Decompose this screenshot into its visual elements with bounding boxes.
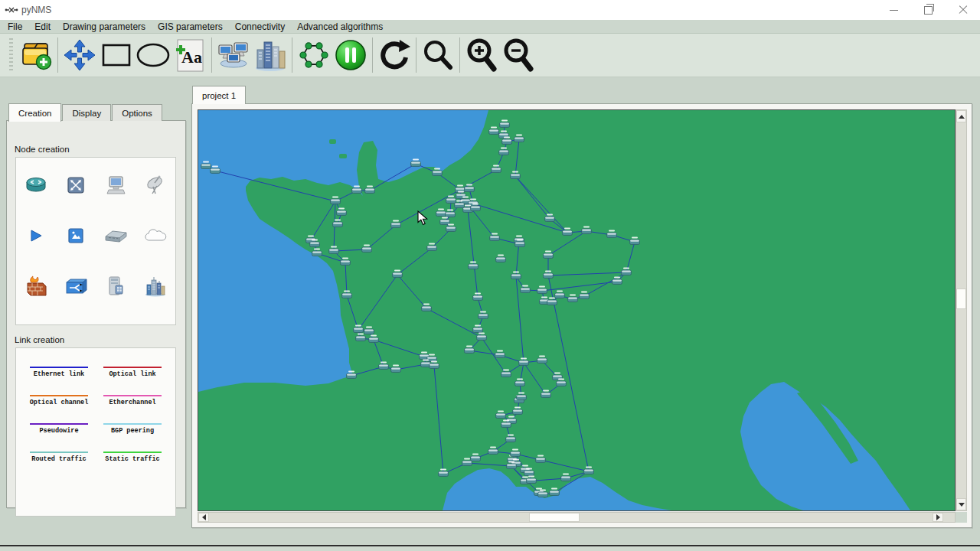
vertical-scrollbar[interactable] — [956, 109, 967, 511]
firewall-icon — [24, 276, 47, 297]
graph-drawing-icon — [297, 38, 331, 72]
scroll-right-button[interactable] — [933, 513, 943, 522]
minimize-icon — [890, 10, 898, 11]
load-balancer-icon — [63, 277, 89, 295]
zoom-out-button[interactable] — [500, 35, 537, 75]
restore-button[interactable] — [911, 0, 946, 20]
arrow-down-icon — [959, 503, 965, 507]
draw-ellipse-button[interactable] — [135, 35, 172, 75]
scroll-left-button[interactable] — [198, 513, 209, 522]
scrollbar-corner — [956, 512, 967, 523]
minimize-button[interactable] — [877, 0, 911, 20]
channel-island — [329, 139, 336, 144]
network-view-button[interactable] — [215, 35, 252, 75]
rectangle-icon — [100, 40, 133, 70]
link-type-bgp-peering[interactable]: BGP peering — [99, 423, 166, 435]
node-type-antenna[interactable] — [142, 173, 168, 197]
stop-layout-button[interactable] — [332, 35, 369, 75]
node-type-server[interactable] — [103, 274, 129, 298]
zoom-in-icon — [465, 37, 498, 73]
status-bar — [0, 546, 980, 551]
link-type-label: Etherchannel — [109, 399, 155, 406]
pseudowire-swatch — [30, 423, 88, 425]
menu-file[interactable]: File — [0, 20, 28, 33]
antenna-icon — [144, 174, 167, 196]
window-title: pyNMS — [21, 5, 51, 15]
refresh-view-button[interactable] — [376, 35, 413, 75]
computers-icon — [215, 38, 252, 72]
regenerator-icon — [28, 228, 44, 243]
optical-switch-icon — [67, 227, 85, 245]
routed-traffic-swatch — [30, 452, 88, 453]
horizontal-scrollbar[interactable] — [198, 512, 956, 523]
router-icon — [24, 175, 48, 195]
menu-connectivity[interactable]: Connectivity — [229, 20, 291, 33]
etherchannel-swatch — [103, 395, 162, 396]
node-type-host[interactable] — [103, 173, 129, 197]
node-type-cloud[interactable] — [142, 223, 168, 248]
restore-icon — [924, 6, 933, 15]
link-type-etherchannel[interactable]: Etherchannel — [99, 395, 166, 406]
node-type-router[interactable] — [23, 173, 49, 197]
zoom-original-button[interactable] — [420, 35, 456, 75]
zoom-out-icon — [501, 37, 535, 73]
link-type-label: Static traffic — [105, 455, 159, 463]
tab-options[interactable]: Options — [112, 104, 162, 121]
zoom-in-button[interactable] — [463, 35, 500, 75]
creation-panel: Node creation — [6, 120, 186, 508]
node-type-splitter[interactable] — [103, 223, 129, 248]
menu-edit[interactable]: Edit — [28, 20, 57, 33]
link-creation-title: Link creation — [15, 335, 64, 344]
scroll-up-button[interactable] — [956, 110, 966, 122]
draw-rectangle-button[interactable] — [98, 35, 135, 75]
link-type-optical[interactable]: Optical link — [99, 367, 166, 378]
move-mode-button[interactable] — [61, 35, 98, 75]
cloud-icon — [143, 227, 168, 244]
map-canvas[interactable] — [198, 109, 956, 511]
close-button[interactable] — [946, 0, 980, 20]
site-buildings-icon — [144, 276, 167, 297]
site-view-button[interactable] — [252, 35, 289, 75]
menu-drawing-parameters[interactable]: Drawing parameters — [57, 20, 152, 33]
refresh-icon — [377, 38, 412, 72]
node-type-regenerator[interactable] — [23, 223, 49, 248]
menu-advanced-algorithms[interactable]: Advanced algorithms — [291, 20, 389, 33]
project-tab[interactable]: project 1 — [192, 86, 246, 104]
toolbar-separator — [292, 37, 292, 73]
node-type-firewall[interactable] — [23, 274, 49, 298]
bgp-peering-swatch — [103, 423, 162, 425]
link-type-static-traffic[interactable]: Static traffic — [99, 452, 166, 463]
ellipse-icon — [135, 40, 172, 70]
toolbar-grip — [9, 38, 13, 72]
move-arrows-icon — [63, 38, 96, 72]
node-type-load-balancer[interactable] — [63, 274, 89, 298]
menu-gis-parameters[interactable]: GIS parameters — [152, 20, 229, 33]
splitter-icon — [103, 227, 129, 245]
tab-display[interactable]: Display — [62, 104, 111, 121]
link-type-label: Ethernet link — [34, 370, 84, 378]
new-project-folder-icon — [18, 38, 54, 72]
toolbar-separator — [459, 37, 460, 73]
add-label-button[interactable]: Aa — [172, 35, 208, 75]
close-icon — [959, 5, 968, 15]
optical-channel-swatch — [30, 395, 88, 396]
horizontal-scroll-thumb[interactable] — [529, 513, 580, 522]
graph-layout-button[interactable] — [296, 35, 332, 75]
window-footer — [0, 532, 980, 545]
node-type-switch[interactable] — [63, 173, 89, 197]
scroll-down-button[interactable] — [956, 498, 966, 510]
link-type-ethernet[interactable]: Ethernet link — [25, 367, 93, 378]
new-project-button[interactable] — [18, 35, 54, 75]
arrow-up-icon — [959, 115, 965, 119]
arrow-left-icon — [202, 514, 206, 520]
tab-creation[interactable]: Creation — [8, 103, 61, 122]
node-creation-title: Node creation — [15, 145, 70, 154]
node-type-site[interactable] — [142, 274, 168, 298]
node-type-optical-switch[interactable] — [63, 223, 89, 248]
vertical-scroll-thumb[interactable] — [956, 289, 966, 309]
link-type-optical-channel[interactable]: Optical channel — [25, 395, 93, 406]
link-type-routed-traffic[interactable]: Routed traffic — [25, 452, 93, 463]
link-type-pseudowire[interactable]: Pseudowire — [25, 423, 93, 435]
link-type-label: Pseudowire — [39, 427, 78, 435]
left-panel: Creation Display Options Node creation — [6, 104, 186, 508]
